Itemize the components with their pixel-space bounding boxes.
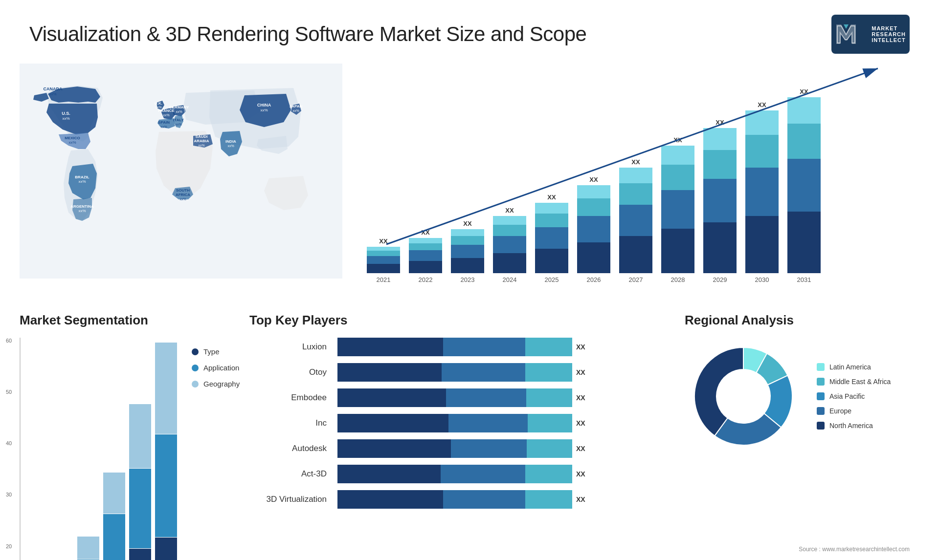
player-bar-stack bbox=[337, 363, 572, 382]
player-bar-label: XX bbox=[576, 419, 585, 427]
seg-chart-area: 60 50 40 30 20 10 0 2021 2022 2023 2024 … bbox=[20, 338, 225, 560]
player-bar-container: XX bbox=[337, 439, 660, 458]
player-name: Embodee bbox=[249, 393, 333, 403]
svg-text:xx%: xx% bbox=[227, 144, 234, 148]
bar-stack bbox=[787, 97, 821, 273]
bar-segment bbox=[661, 165, 694, 190]
bar-top-label: XX bbox=[631, 158, 640, 166]
bar-group: XX2031 bbox=[787, 88, 821, 283]
svg-text:xx%: xx% bbox=[62, 116, 69, 121]
bar-chart-container: XX2021XX2022XX2023XX2024XX2025XX2026XX20… bbox=[367, 64, 905, 303]
regional-legend-item: Europe bbox=[817, 407, 891, 415]
seg-bar-col bbox=[155, 343, 177, 560]
player-name: Act-3D bbox=[249, 469, 333, 479]
player-bar-segment bbox=[337, 338, 443, 356]
player-bar-segment bbox=[526, 388, 572, 407]
player-bar-segment bbox=[337, 363, 442, 382]
bar-group: XX2021 bbox=[367, 237, 400, 283]
regional-dot bbox=[817, 363, 825, 371]
seg-bar-segment bbox=[155, 538, 177, 560]
player-bar-label: XX bbox=[576, 343, 585, 351]
bar-top-label: XX bbox=[758, 101, 766, 108]
player-bar-segment bbox=[528, 414, 572, 432]
legend-dot-application bbox=[192, 365, 199, 371]
player-bar-segment bbox=[441, 465, 525, 483]
player-bar-label: XX bbox=[576, 368, 585, 376]
seg-bar-col bbox=[129, 404, 151, 560]
bar-group: XX2025 bbox=[535, 194, 568, 283]
svg-text:SOUTH: SOUTH bbox=[176, 188, 190, 193]
regional-dot bbox=[817, 407, 825, 415]
player-bar-stack bbox=[337, 490, 572, 509]
bar-stack bbox=[745, 110, 779, 273]
bar-group: XX2029 bbox=[703, 119, 737, 283]
bar-group: XX2022 bbox=[409, 229, 442, 283]
bar-stack bbox=[409, 238, 442, 273]
bar-segment bbox=[703, 150, 737, 179]
bar-segment bbox=[787, 97, 821, 124]
bar-segment bbox=[493, 216, 526, 225]
bar-stack bbox=[367, 247, 400, 273]
legend-dot-type bbox=[192, 348, 199, 355]
map-section: CANADA xx% U.S. xx% MEXICO xx% BRAZIL xx… bbox=[20, 64, 352, 303]
bar-segment bbox=[577, 216, 610, 242]
seg-bar-segment bbox=[103, 514, 125, 560]
bar-segment bbox=[535, 249, 568, 273]
player-row: Act-3DXX bbox=[249, 465, 660, 483]
player-bar-segment bbox=[451, 439, 527, 458]
bar-top-label: XX bbox=[547, 194, 556, 201]
regional-legend-label: Latin America bbox=[829, 363, 871, 371]
bar-stack bbox=[493, 216, 526, 273]
bar-segment bbox=[619, 168, 652, 183]
svg-text:SAUDI: SAUDI bbox=[196, 134, 208, 139]
svg-text:xx%: xx% bbox=[198, 144, 204, 147]
player-bar-label: XX bbox=[576, 495, 585, 503]
player-bar-segment bbox=[337, 414, 448, 432]
bar-segment bbox=[619, 205, 652, 237]
seg-bar-col bbox=[77, 537, 99, 560]
player-bar-segment bbox=[525, 338, 572, 356]
seg-bar-segment bbox=[129, 404, 151, 468]
bar-top-label: XX bbox=[463, 220, 471, 227]
bar-year-label: 2023 bbox=[461, 276, 475, 283]
regional-legend-label: Middle East & Africa bbox=[829, 378, 891, 386]
seg-bar-segment bbox=[103, 473, 125, 514]
regional-legend-label: Asia Pacific bbox=[829, 392, 865, 400]
legend-type: Type bbox=[192, 347, 240, 356]
page-title: Visualization & 3D Rendering Software Ma… bbox=[29, 22, 586, 46]
svg-text:JAPAN: JAPAN bbox=[290, 104, 303, 108]
bar-segment bbox=[535, 203, 568, 214]
players-list: LuxionXXOtoyXXEmbodeeXXIncXXAutodeskXXAc… bbox=[249, 338, 660, 509]
player-bar-stack bbox=[337, 465, 572, 483]
svg-text:BRAZIL: BRAZIL bbox=[75, 175, 89, 179]
svg-text:CHINA: CHINA bbox=[257, 103, 271, 108]
bar-stack bbox=[661, 146, 694, 273]
bar-top-label: XX bbox=[800, 88, 808, 95]
player-name: Luxion bbox=[249, 342, 333, 352]
bar-segment bbox=[619, 236, 652, 273]
bar-year-label: 2027 bbox=[629, 276, 643, 283]
svg-text:ARGENTINA: ARGENTINA bbox=[70, 204, 94, 209]
bar-group: XX2026 bbox=[577, 176, 610, 283]
player-bar-segment bbox=[525, 465, 572, 483]
canada-label: CANADA bbox=[44, 86, 63, 91]
bar-year-label: 2025 bbox=[545, 276, 559, 283]
top-row: CANADA xx% U.S. xx% MEXICO xx% BRAZIL xx… bbox=[0, 64, 939, 303]
player-bar-segment bbox=[525, 490, 572, 509]
bar-year-label: 2029 bbox=[713, 276, 727, 283]
bar-year-label: 2031 bbox=[797, 276, 811, 283]
bar-segment bbox=[409, 243, 442, 250]
player-bar-container: XX bbox=[337, 490, 660, 509]
bar-segment bbox=[409, 238, 442, 243]
regional-legend-label: North America bbox=[829, 422, 873, 430]
regional-dot bbox=[817, 422, 825, 430]
bar-group: XX2027 bbox=[619, 158, 652, 283]
bar-segment bbox=[619, 183, 652, 204]
player-name: Inc bbox=[249, 418, 333, 428]
bar-year-label: 2028 bbox=[671, 276, 685, 283]
seg-legend: Type Application Geography bbox=[192, 338, 240, 388]
donut-svg bbox=[685, 338, 802, 455]
bar-segment bbox=[493, 253, 526, 273]
player-bar-stack bbox=[337, 338, 572, 356]
svg-text:xx%: xx% bbox=[163, 113, 169, 117]
